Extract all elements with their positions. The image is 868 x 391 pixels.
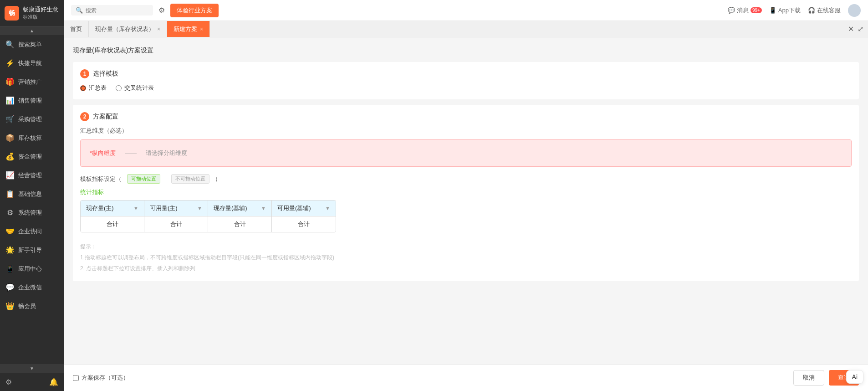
stats-cell-3: 合计 — [272, 216, 336, 232]
search-box[interactable]: 🔍 — [71, 5, 153, 15]
message-badge: 99+ — [751, 7, 762, 13]
sidebar-item-sales[interactable]: 📊 销售管理 — [0, 91, 64, 110]
bottom-bar: 方案保存（可选） 取消 查询 — [64, 364, 868, 391]
page-title: 现存量(库存状况表)方案设置 — [73, 46, 859, 55]
save-checkbox[interactable] — [73, 375, 79, 381]
sound-icon[interactable]: 🔔 — [49, 378, 58, 386]
col-chevron-1: ▼ — [197, 206, 202, 211]
search-input[interactable] — [86, 7, 140, 14]
step1-label: 1 选择模板 — [80, 69, 852, 78]
save-option[interactable]: 方案保存（可选） — [73, 374, 129, 382]
radio-cross-input[interactable] — [116, 85, 122, 91]
scroll-up-btn[interactable]: ▲ — [0, 26, 64, 35]
scroll-down-btn[interactable]: ▼ — [0, 364, 64, 373]
sidebar-item-marketing[interactable]: 🎁 营销推广 — [0, 72, 64, 91]
logo-text: 畅康通好生意 标准版 — [23, 5, 58, 21]
sidebar-label-finance: 资金管理 — [18, 153, 42, 161]
tabs-actions: ✕ ⤢ — [848, 25, 868, 33]
cancel-button[interactable]: 取消 — [793, 370, 824, 386]
tab-close-inventory[interactable]: × — [157, 26, 160, 32]
sidebar-item-basic[interactable]: 📋 基础信息 — [0, 185, 64, 203]
step2-card: 2 方案配置 汇总维度（必选） *纵向维度 —— 请选择分组维度 模板指标设定（… — [73, 105, 859, 281]
headset-icon: 🎧 — [808, 7, 815, 14]
marketing-icon: 🎁 — [5, 77, 15, 86]
sidebar-item-purchase[interactable]: 🛒 采购管理 — [0, 110, 64, 129]
tip-item-1: 2. 点击标题栏下拉可设置排序、插入列和删除列 — [80, 263, 852, 274]
stats-col-2[interactable]: 现存量(基辅) ▼ — [208, 201, 272, 216]
ai-button[interactable]: Ai — [846, 370, 863, 384]
settings-icon[interactable]: ⚙ — [5, 378, 12, 386]
sidebar-label-inventory: 库存核算 — [18, 134, 42, 142]
step1-num: 1 — [80, 69, 89, 78]
step1-title: 选择模板 — [93, 70, 118, 78]
sidebar-label-quick: 快捷导航 — [18, 59, 42, 67]
trial-button[interactable]: 体验行业方案 — [170, 4, 219, 17]
col-chevron-2: ▼ — [261, 206, 266, 211]
collapse-tab-btn[interactable]: ✕ — [848, 25, 854, 33]
indicator-title: 模板指标设定（ — [80, 175, 122, 183]
sidebar-item-finance[interactable]: 💰 资金管理 — [0, 147, 64, 166]
sidebar-item-newbie[interactable]: 🌟 新手引导 — [0, 241, 64, 259]
wechat-icon: 💬 — [5, 283, 15, 292]
stats-title: 统计指标 — [80, 188, 852, 196]
stats-col-3[interactable]: 可用量(基辅) ▼ — [272, 201, 336, 216]
dimension-placeholder: 请选择分组维度 — [146, 149, 187, 157]
newbie-icon: 🌟 — [5, 246, 15, 254]
dimension-required-label: *纵向维度 — [90, 149, 116, 157]
col-chevron-3: ▼ — [325, 206, 330, 211]
step2-label: 2 方案配置 — [80, 112, 852, 121]
sidebar-bottom: ⚙ 🔔 — [0, 373, 64, 391]
main-area: 🔍 ⚙ 体验行业方案 💬 消息 99+ 📱 App下载 🎧 在线客服 首页 — [64, 0, 868, 391]
sales-icon: 📊 — [5, 96, 15, 105]
stats-cell-2: 合计 — [208, 216, 272, 232]
settings-gear-icon[interactable]: ⚙ — [158, 6, 165, 15]
col-chevron-0: ▼ — [133, 206, 138, 211]
basic-icon: 📋 — [5, 190, 15, 198]
user-avatar[interactable] — [848, 4, 861, 17]
dimension-arrow: —— — [125, 150, 137, 157]
sidebar-item-member[interactable]: 👑 畅会员 — [0, 297, 64, 315]
content-area: 现存量(库存状况表)方案设置 1 选择模板 汇总表 交叉统计表 2 — [64, 37, 868, 364]
sidebar-item-enterprise[interactable]: 🤝 企业协同 — [0, 222, 64, 241]
stats-section: 统计指标 现存量(主) ▼ 可用量(主) ▼ 现存量(基辅) — [80, 188, 852, 234]
sidebar-label-enterprise: 企业协同 — [18, 227, 42, 236]
sidebar-label-business: 经营管理 — [18, 171, 42, 180]
sidebar-item-appstore[interactable]: 📱 应用中心 — [0, 259, 64, 278]
message-btn[interactable]: 💬 消息 99+ — [728, 6, 762, 15]
sidebar-label-search: 搜索菜单 — [18, 41, 42, 49]
movable-tag: 可拖动位置 — [127, 174, 160, 184]
logo-icon: 畅 — [5, 6, 19, 21]
phone-icon: 📱 — [769, 7, 776, 14]
appstore-icon: 📱 — [5, 264, 15, 273]
tabs-bar: 首页 现存量（库存状况表） × 新建方案 × ✕ ⤢ — [64, 21, 868, 37]
sidebar-item-wechat[interactable]: 💬 企业微信 — [0, 278, 64, 297]
message-icon: 💬 — [728, 7, 735, 14]
expand-tab-btn[interactable]: ⤢ — [858, 25, 863, 33]
tab-inventory-status[interactable]: 现存量（库存状况表） × — [89, 21, 167, 37]
service-btn[interactable]: 🎧 在线客服 — [808, 6, 841, 15]
dimension-box[interactable]: *纵向维度 —— 请选择分组维度 — [80, 139, 852, 167]
step1-card: 1 选择模板 汇总表 交叉统计表 — [73, 62, 859, 99]
sidebar-item-business[interactable]: 📈 经营管理 — [0, 166, 64, 185]
quick-nav-icon: ⚡ — [5, 59, 15, 67]
sidebar-item-system[interactable]: ⚙ 系统管理 — [0, 203, 64, 222]
sidebar-item-search-menu[interactable]: 🔍 搜索菜单 — [0, 35, 64, 54]
stats-col-1[interactable]: 可用量(主) ▼ — [144, 201, 208, 216]
sidebar-item-quick-nav[interactable]: ⚡ 快捷导航 — [0, 54, 64, 72]
tab-home[interactable]: 首页 — [64, 21, 89, 37]
sidebar-label-wechat: 企业微信 — [18, 283, 42, 292]
radio-summary[interactable]: 汇总表 — [80, 84, 107, 92]
tab-close-new[interactable]: × — [200, 26, 203, 32]
app-download-btn[interactable]: 📱 App下载 — [769, 6, 801, 15]
radio-summary-input[interactable] — [80, 85, 86, 91]
sidebar-nav: 🔍 搜索菜单 ⚡ 快捷导航 🎁 营销推广 📊 销售管理 🛒 采购管理 📦 库存核… — [0, 35, 64, 364]
inventory-icon: 📦 — [5, 134, 15, 142]
radio-cross[interactable]: 交叉统计表 — [116, 84, 154, 92]
enterprise-icon: 🤝 — [5, 227, 15, 236]
indicator-close-paren: ） — [215, 175, 221, 183]
sidebar-label-appstore: 应用中心 — [18, 265, 42, 273]
tab-new-plan[interactable]: 新建方案 × — [167, 21, 210, 37]
sidebar-item-inventory[interactable]: 📦 库存核算 — [0, 129, 64, 147]
stats-col-0[interactable]: 现存量(主) ▼ — [81, 201, 144, 216]
dimension-field-label: 汇总维度（必选） — [80, 127, 852, 135]
